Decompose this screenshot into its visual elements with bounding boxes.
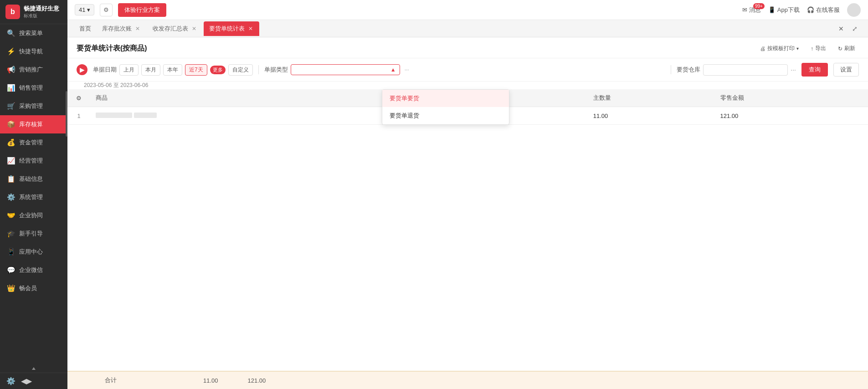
filter-divider-2 [671,65,671,74]
nav-label: 搜索菜单 [19,29,43,37]
message-icon: ✉ [742,6,747,13]
type-select-more[interactable]: ··· [405,67,409,73]
sidebar-item-库存核算[interactable]: 📦库存核算 [0,115,67,133]
sidebar-item-基础信息[interactable]: 📋基础信息 [0,170,67,188]
export-btn[interactable]: ↑ 导出 [807,43,830,54]
warehouse-filter: 要货仓库 ··· [677,64,796,76]
logo-icon: b [5,5,20,19]
content-area: 要货单统计表(按商品) 🖨 按模板打印 ▾ ↑ 导出 ↻ 刷新 ▶ [67,37,868,389]
nav-icon: 📦 [6,120,15,129]
sidebar-item-新手引导[interactable]: 🎓新手引导 [0,225,67,243]
tab-label: 库存批次账 [102,25,132,33]
sidebar-item-搜索菜单[interactable]: 🔍搜索菜单 [0,24,67,42]
filter-bar: ▶ 单据日期 上月 本月 本年 近7天 更多 自定义 单据类型 ▲ ··· [67,58,868,82]
warehouse-input[interactable] [703,64,788,76]
date-custom-btn[interactable]: 自定义 [228,64,253,76]
warehouse-label: 要货仓库 [677,66,700,74]
refresh-icon: ↻ [838,46,842,52]
date-filter-group: 单据日期 上月 本月 本年 近7天 更多 自定义 [93,64,253,76]
selector-arrow: ▾ [87,6,90,13]
sidebar-item-企业协同[interactable]: 🤝企业协同 [0,206,67,225]
filter-expand-btn[interactable]: ▶ [77,64,87,75]
tab-home[interactable]: 首页 [75,22,96,36]
filter-divider-1 [258,65,259,74]
close-all-btn[interactable]: ✕ [835,23,847,35]
tab-close-btn[interactable]: ✕ [247,26,254,32]
print-btn[interactable]: 🖨 按模板打印 ▾ [756,43,802,54]
type-select[interactable]: ▲ [291,64,400,75]
col-header-settings[interactable]: ⚙ [67,89,90,107]
main-area: 41 ▾ ⚙ 体验行业方案 ✉ 消息 99+ 📱 App下载 🎧 在线客服 [67,0,868,389]
sidebar-item-应用中心[interactable]: 📱应用中心 [0,243,67,261]
refresh-btn[interactable]: ↻ 刷新 [834,43,859,54]
type-filter-group: 单据类型 ▲ ··· [264,64,666,75]
nav-label: 企业协同 [19,211,43,220]
sidebar-footer: ⚙️ ◀▶ [0,373,67,389]
nav-label: 库存核算 [19,120,43,128]
dropdown-option-要货单要货[interactable]: 要货单要货 [382,90,509,107]
col-header-quantity: 主数量 [588,89,715,107]
sidebar-nav: 🔍搜索菜单⚡快捷导航📢营销推广📊销售管理🛒采购管理📦库存核算💰资金管理📈经营管理… [0,24,67,364]
tab-close-btn[interactable]: ✕ [191,26,197,32]
app-download-btn[interactable]: 📱 App下载 [768,6,800,14]
cell-amount: 121.00 [715,107,868,125]
sidebar-item-系统管理[interactable]: ⚙️系统管理 [0,188,67,206]
tabs-bar: 首页 库存批次账✕收发存汇总表✕要货单统计表✕ ✕ ⤢ [67,20,868,37]
date-more-btn[interactable]: 更多 [210,66,226,74]
warehouse-more[interactable]: ··· [791,66,796,73]
nav-icon: 👑 [6,284,15,293]
trial-btn[interactable]: 体验行业方案 [118,3,166,17]
nav-label: 畅会员 [19,284,37,292]
sidebar-item-企业微信[interactable]: 💬企业微信 [0,261,67,279]
nav-label: 新手引导 [19,230,43,238]
sidebar-item-经营管理[interactable]: 📈经营管理 [0,152,67,170]
sidebar-item-营销推广[interactable]: 📢营销推广 [0,61,67,79]
nav-label: 基础信息 [19,175,43,183]
tabs-right: ✕ ⤢ [835,23,861,35]
date-7days-btn[interactable]: 近7天 [185,64,207,76]
gear-btn[interactable]: ⚙ [100,4,113,16]
nav-icon: 📢 [6,65,15,74]
sidebar-scroll-up[interactable] [0,364,67,373]
footer-amount: 121.00 [248,377,266,384]
workspace-selector[interactable]: 41 ▾ [75,4,94,15]
sidebar-item-畅会员[interactable]: 👑畅会员 [0,279,67,297]
nav-label: 快捷导航 [19,47,43,56]
date-prev-month-btn[interactable]: 上月 [119,64,139,76]
settings-btn[interactable]: 设置 [833,63,859,77]
date-this-month-btn[interactable]: 本月 [141,64,160,76]
nav-icon: 🎓 [6,229,15,238]
expand-btn[interactable]: ⤢ [849,23,861,35]
nav-label: 营销推广 [19,66,43,74]
online-service-btn[interactable]: 🎧 在线客服 [807,6,840,14]
nav-icon: ⚙️ [6,193,15,202]
tab-close-btn[interactable]: ✕ [134,26,141,32]
nav-label: 系统管理 [19,193,43,201]
tab-库存批次账[interactable]: 库存批次账✕ [97,21,146,36]
nav-label: 资金管理 [19,138,43,147]
query-btn[interactable]: 查询 [801,63,828,77]
sidebar-item-采购管理[interactable]: 🛒采购管理 [0,97,67,115]
messages-btn[interactable]: ✉ 消息 99+ [742,6,761,14]
dropdown-option-要货单退货[interactable]: 要货单退货 [382,107,509,124]
sidebar-item-销售管理[interactable]: 📊销售管理 [0,79,67,97]
nav-label: 销售管理 [19,84,43,92]
date-this-year-btn[interactable]: 本年 [163,64,182,76]
sidebar-item-快捷导航[interactable]: ⚡快捷导航 [0,42,67,61]
sidebar-item-资金管理[interactable]: 💰资金管理 [0,133,67,152]
tab-收发存汇总表[interactable]: 收发存汇总表✕ [147,21,203,36]
toggle-icon[interactable]: ◀▶ [21,377,32,385]
header-right: ✉ 消息 99+ 📱 App下载 🎧 在线客服 [742,3,861,17]
print-icon: 🖨 [760,46,765,52]
nav-icon: 💬 [6,266,15,275]
nav-icon: 📊 [6,83,15,92]
tab-要货单统计表[interactable]: 要货单统计表✕ [204,21,259,36]
nav-icon: ⚡ [6,47,15,56]
user-avatar[interactable] [847,3,861,17]
settings-icon[interactable]: ⚙️ [6,377,15,385]
nav-label: 应用中心 [19,248,43,256]
phone-icon: 📱 [768,6,776,13]
table-area: ⚙ 商品 主计量单位 主数量 零售金额 1 块 11.00 121.00 [67,89,868,371]
nav-icon: 🔍 [6,29,15,38]
col-header-amount: 零售金额 [715,89,868,107]
